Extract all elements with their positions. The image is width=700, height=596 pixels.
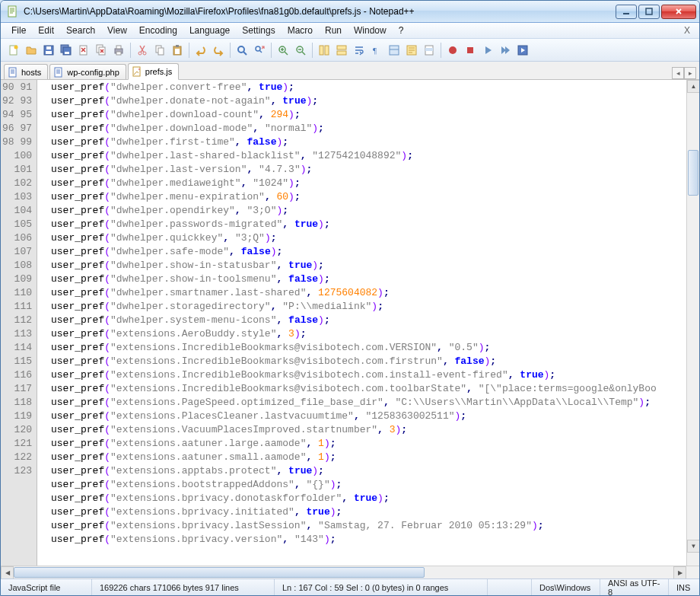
menu-language[interactable]: Language <box>183 24 236 37</box>
tab-label: wp-config.php <box>67 68 119 77</box>
toolbar: ¶ <box>1 39 699 62</box>
menu-file[interactable]: File <box>5 24 32 37</box>
cut-icon[interactable] <box>134 42 151 59</box>
copy-icon[interactable] <box>151 42 168 59</box>
svg-rect-30 <box>337 46 346 49</box>
tab-navigation: ◂ ▸ <box>672 67 696 79</box>
menu-macro[interactable]: Macro <box>282 24 319 37</box>
stop-macro-icon[interactable] <box>462 42 479 59</box>
menu-search[interactable]: Search <box>60 24 101 37</box>
svg-rect-29 <box>325 46 329 55</box>
undo-icon[interactable] <box>192 42 209 59</box>
tabbar: hostswp-config.phpprefs.js ◂ ▸ <box>1 62 699 80</box>
menu-view[interactable]: View <box>101 24 133 37</box>
svg-rect-20 <box>158 48 164 55</box>
separator <box>130 43 131 58</box>
svg-rect-41 <box>55 68 62 77</box>
paste-icon[interactable] <box>169 42 186 59</box>
user-lang-icon[interactable] <box>403 42 420 59</box>
separator <box>271 43 272 58</box>
save-macro-icon[interactable] <box>514 42 531 59</box>
sync-hscroll-icon[interactable] <box>333 42 350 59</box>
file-icon <box>8 67 18 78</box>
menu-settings[interactable]: Settings <box>236 24 281 37</box>
tab-prefs-js[interactable]: prefs.js <box>128 63 179 80</box>
redo-icon[interactable] <box>210 42 227 59</box>
window-controls <box>616 5 696 19</box>
svg-point-17 <box>138 52 142 55</box>
vertical-scrollbar[interactable]: ▲ ▼ <box>686 80 699 566</box>
svg-rect-33 <box>390 46 399 55</box>
minimize-button[interactable] <box>616 5 637 19</box>
open-file-icon[interactable] <box>23 42 40 59</box>
svg-point-43 <box>138 69 140 70</box>
svg-rect-2 <box>646 8 652 14</box>
scroll-left-icon[interactable]: ◀ <box>1 566 14 579</box>
svg-rect-15 <box>116 46 121 49</box>
new-file-icon[interactable] <box>5 42 22 59</box>
svg-point-4 <box>14 45 18 49</box>
horizontal-scrollbar[interactable]: ◀ ▶ <box>1 566 699 578</box>
window: C:\Users\Martin\AppData\Roaming\Mozilla\… <box>0 0 700 596</box>
tab-label: prefs.js <box>145 67 172 76</box>
menubar: File Edit Search View Encoding Language … <box>1 23 699 39</box>
scroll-up-icon[interactable]: ▲ <box>687 80 699 93</box>
close-button[interactable] <box>661 5 696 19</box>
svg-point-37 <box>449 46 457 54</box>
replace-icon[interactable] <box>251 42 268 59</box>
svg-rect-28 <box>320 46 323 55</box>
svg-rect-40 <box>9 68 16 77</box>
scroll-corner <box>686 566 699 578</box>
status-eol: Dos\Windows <box>532 579 600 595</box>
tab-hosts[interactable]: hosts <box>4 64 48 79</box>
svg-point-18 <box>143 52 146 55</box>
svg-rect-36 <box>425 48 433 51</box>
doc-map-icon[interactable] <box>421 42 438 59</box>
status-mode: INS <box>669 579 699 595</box>
close-all-icon[interactable] <box>93 42 110 59</box>
record-macro-icon[interactable] <box>444 42 461 59</box>
tab-label: hosts <box>21 68 41 77</box>
find-icon[interactable] <box>234 42 250 59</box>
separator <box>189 43 189 58</box>
print-icon[interactable] <box>110 42 127 59</box>
zoom-in-icon[interactable] <box>275 42 291 59</box>
indent-guide-icon[interactable] <box>386 42 402 59</box>
code-area[interactable]: user_pref("dwhelper.convert-free", true)… <box>37 80 686 566</box>
play-multi-icon[interactable] <box>497 42 514 59</box>
menu-encoding[interactable]: Encoding <box>133 24 183 37</box>
hscroll-thumb[interactable] <box>14 567 425 578</box>
tab-wp-config-php[interactable]: wp-config.php <box>49 64 126 79</box>
show-all-chars-icon[interactable]: ¶ <box>368 42 385 59</box>
svg-rect-1 <box>623 13 629 14</box>
statusbar: JavaScript file 169226 chars 171066 byte… <box>1 578 699 595</box>
status-encoding: ANSI as UTF-8 <box>600 579 669 595</box>
sync-vscroll-icon[interactable] <box>316 42 332 59</box>
scroll-down-icon[interactable]: ▼ <box>687 540 699 553</box>
menu-close-x[interactable]: X <box>679 25 695 36</box>
save-icon[interactable] <box>40 42 57 59</box>
save-all-icon[interactable] <box>58 42 75 59</box>
menu-help[interactable]: ? <box>393 24 410 37</box>
svg-rect-31 <box>337 51 346 55</box>
maximize-button[interactable] <box>638 5 660 19</box>
wordwrap-icon[interactable] <box>351 42 368 59</box>
svg-rect-6 <box>46 51 52 54</box>
status-stats: 169226 chars 171066 bytes 917 lines <box>92 579 275 595</box>
titlebar[interactable]: C:\Users\Martin\AppData\Roaming\Mozilla\… <box>1 1 699 23</box>
svg-rect-16 <box>116 52 121 55</box>
close-file-icon[interactable] <box>75 42 92 59</box>
play-macro-icon[interactable] <box>479 42 496 59</box>
scroll-right-icon[interactable]: ▶ <box>673 566 686 579</box>
separator <box>312 43 313 58</box>
editor: 90 91 92 93 94 95 96 97 98 99 100 101 10… <box>1 80 699 566</box>
tab-prev-icon[interactable]: ◂ <box>672 67 684 79</box>
svg-rect-10 <box>65 52 69 54</box>
zoom-out-icon[interactable] <box>292 42 309 59</box>
tab-next-icon[interactable]: ▸ <box>684 67 696 79</box>
separator <box>230 43 231 58</box>
scroll-thumb[interactable] <box>688 150 698 196</box>
menu-edit[interactable]: Edit <box>32 24 60 37</box>
menu-window[interactable]: Window <box>348 24 393 37</box>
menu-run[interactable]: Run <box>319 24 348 37</box>
